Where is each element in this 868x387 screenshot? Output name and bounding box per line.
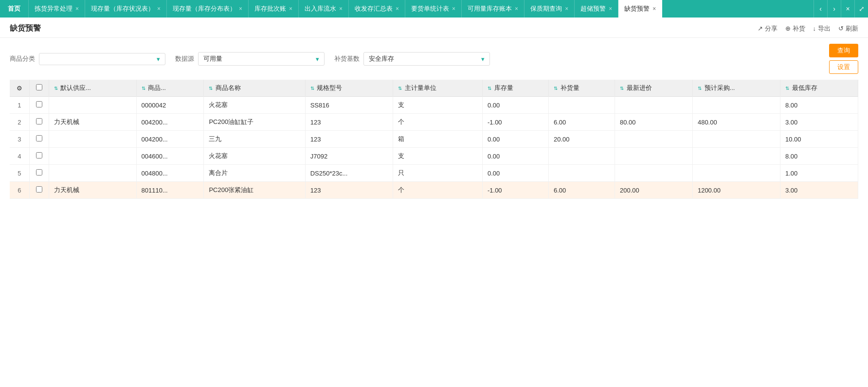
row-product-code: 004800... — [136, 165, 204, 182]
row-checkbox-cell — [29, 114, 49, 131]
row-spec: 123 — [305, 182, 393, 199]
row-replenish-qty — [548, 148, 615, 165]
row-unit: 个 — [393, 114, 482, 131]
tab-close-window-button[interactable]: × — [841, 0, 854, 18]
tab-overstock-warn[interactable]: 超储预警 × — [575, 0, 618, 18]
replenish-base-filter-group: 补货基数 安全库存 ▾ — [334, 52, 490, 66]
page-title: 缺货预警 — [10, 23, 758, 34]
row-product-code: 004600... — [136, 148, 204, 165]
settings-button[interactable]: 设置 — [829, 60, 858, 74]
sort-replenish-icon: ⇅ — [554, 86, 558, 91]
datasource-select[interactable]: 可用量 ▾ — [198, 52, 325, 66]
row-no: 4 — [10, 148, 29, 165]
category-select[interactable]: ▾ — [39, 53, 165, 65]
tab-shortage-warn[interactable]: 缺货预警 × — [618, 0, 662, 18]
table-row: 2 力天机械 004200... PC200油缸缸子 123 个 -1.00 6… — [10, 114, 858, 131]
tab-nav-buttons: ‹ › × ⤢ — [814, 0, 868, 18]
th-product-code: ⇅ 商品... — [136, 80, 204, 97]
close-tab-batch-account[interactable]: × — [289, 5, 292, 12]
gear-icon[interactable]: ⚙ — [17, 85, 22, 92]
tab-maximize-button[interactable]: ⤢ — [854, 0, 868, 18]
tab-bar: 首页 拣货异常处理 × 现存量（库存状况表） × 现存量（库存分布表） × 库存… — [0, 0, 868, 18]
th-gear: ⚙ — [10, 80, 29, 97]
row-checkbox[interactable] — [36, 169, 42, 176]
row-supplier — [49, 131, 136, 148]
refresh-action[interactable]: ↺ 刷新 — [838, 24, 858, 33]
row-replenish-qty: 6.00 — [548, 114, 615, 131]
row-supplier — [49, 97, 136, 114]
th-est-purchase: ⇅ 预计采购... — [692, 80, 780, 97]
row-checkbox[interactable] — [36, 118, 42, 124]
tab-inventory-dist[interactable]: 现存量（库存分布表） × — [167, 0, 249, 18]
row-product-name: 三九 — [204, 131, 305, 148]
row-unit: 支 — [393, 97, 482, 114]
close-tab-inventory-dist[interactable]: × — [239, 5, 242, 12]
row-latest-price: 80.00 — [615, 114, 692, 131]
app-container: 首页 拣货异常处理 × 现存量（库存状况表） × 现存量（库存分布表） × 库存… — [0, 0, 868, 387]
tab-expiry-query[interactable]: 保质期查询 × — [524, 0, 575, 18]
table-row: 1 0000042 火花塞 SS816 支 0.00 8.00 — [10, 97, 858, 114]
close-tab-overstock-warn[interactable]: × — [609, 5, 612, 12]
row-checkbox[interactable] — [36, 186, 42, 193]
row-checkbox-cell — [29, 97, 49, 114]
export-action[interactable]: ↓ 导出 — [813, 24, 831, 33]
tab-defect-process[interactable]: 拣货异常处理 × — [29, 0, 85, 18]
tab-prev-button[interactable]: ‹ — [814, 0, 827, 18]
tab-available-ledger[interactable]: 可用量库存账本 × — [462, 0, 524, 18]
row-no: 5 — [10, 165, 29, 182]
row-stock: 0.00 — [482, 165, 548, 182]
shortage-table: ⚙ ⇅ 默认供应... ⇅ 商品... — [10, 80, 858, 199]
sort-price-icon: ⇅ — [620, 86, 624, 91]
table-body: 1 0000042 火花塞 SS816 支 0.00 8.00 2 力天机械 0… — [10, 97, 858, 199]
row-replenish-qty: 20.00 — [548, 131, 615, 148]
row-no: 1 — [10, 97, 29, 114]
row-spec: 123 — [305, 131, 393, 148]
close-tab-receive-summary[interactable]: × — [396, 5, 399, 12]
th-latest-price: ⇅ 最新进价 — [615, 80, 692, 97]
close-tab-shortage-warn[interactable]: × — [652, 5, 656, 12]
row-latest-price — [615, 165, 692, 182]
row-no: 2 — [10, 114, 29, 131]
table-row: 3 004200... 三九 123 箱 0.00 20.00 10.00 — [10, 131, 858, 148]
row-est-purchase — [692, 97, 780, 114]
th-replenish-qty: ⇅ 补货量 — [548, 80, 615, 97]
row-est-purchase — [692, 148, 780, 165]
close-tab-expiry-query[interactable]: × — [565, 5, 568, 12]
tab-home[interactable]: 首页 — [0, 0, 29, 18]
close-tab-in-out-flow[interactable]: × — [339, 5, 343, 12]
row-checkbox[interactable] — [36, 135, 42, 141]
row-est-purchase: 480.00 — [692, 114, 780, 131]
row-spec: DS250*23c... — [305, 165, 393, 182]
tab-next-button[interactable]: › — [827, 0, 841, 18]
datasource-label: 数据源 — [175, 54, 194, 63]
row-spec: J7092 — [305, 148, 393, 165]
tab-receive-summary[interactable]: 收发存汇总表 × — [349, 0, 405, 18]
sort-name-icon: ⇅ — [209, 86, 213, 91]
row-supplier — [49, 165, 136, 182]
th-checkbox — [29, 80, 49, 97]
close-tab-available-ledger[interactable]: × — [515, 5, 518, 12]
sort-unit-icon: ⇅ — [398, 86, 402, 91]
row-checkbox[interactable] — [36, 101, 42, 107]
row-est-purchase: 1200.00 — [692, 182, 780, 199]
filter-bar: 商品分类 ▾ 数据源 可用量 ▾ 补货基数 安全库存 ▾ — [0, 38, 868, 80]
replenish-base-select[interactable]: 安全库存 ▾ — [363, 52, 490, 66]
close-tab-inventory-status[interactable]: × — [157, 5, 161, 12]
tab-order-stats[interactable]: 要货单统计表 × — [405, 0, 462, 18]
row-stock: 0.00 — [482, 97, 548, 114]
share-action[interactable]: ↗ 分享 — [758, 24, 778, 33]
row-checkbox[interactable] — [36, 152, 42, 158]
tab-in-out-flow[interactable]: 出入库流水 × — [299, 0, 349, 18]
query-button[interactable]: 查询 — [829, 44, 858, 57]
row-product-name: 离合片 — [204, 165, 305, 182]
datasource-value: 可用量 — [203, 54, 222, 63]
close-tab-order-stats[interactable]: × — [452, 5, 455, 12]
select-all-checkbox[interactable] — [36, 84, 42, 90]
close-tab-defect-process[interactable]: × — [75, 5, 79, 12]
tab-batch-account[interactable]: 库存批次账 × — [249, 0, 299, 18]
th-spec: ⇅ 规格型号 — [305, 80, 393, 97]
tab-inventory-status[interactable]: 现存量（库存状况表） × — [85, 0, 167, 18]
replenish-action[interactable]: ⊕ 补货 — [785, 24, 805, 33]
datasource-filter-group: 数据源 可用量 ▾ — [175, 52, 325, 66]
filter-actions: 查询 设置 — [829, 44, 858, 74]
